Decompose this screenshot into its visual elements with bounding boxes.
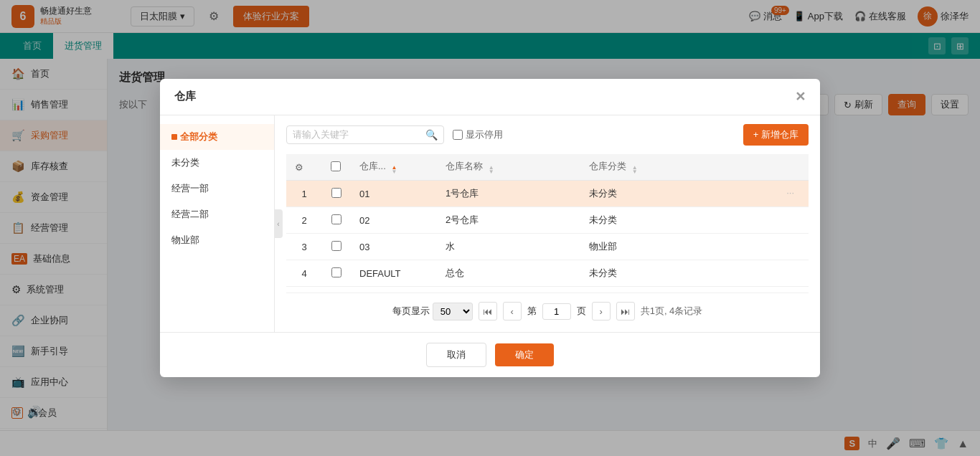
row4-cat: 未分类 (580, 260, 809, 287)
add-warehouse-btn[interactable]: + 新增仓库 (743, 124, 809, 146)
th-name: 仓库名称 ▲▼ (437, 154, 580, 181)
prev-page-btn[interactable]: ‹ (503, 302, 522, 320)
modal-overlay: 仓库 ✕ 全部分类 未分类 经营一部 经营二部 (0, 0, 980, 456)
row3-num: 3 (286, 234, 322, 260)
show-disabled-checkbox[interactable] (453, 130, 463, 140)
sidebar-collapse-btn[interactable]: ‹ (274, 209, 283, 238)
th-category: 仓库分类 ▲▼ (580, 154, 809, 181)
row4-code: DEFAULT (351, 260, 437, 287)
modal-sidebar-unclassified[interactable]: 未分类 (160, 150, 274, 176)
modal-content: 🔍 显示停用 + 新增仓库 ⚙ (275, 115, 820, 333)
row3-cat: 物业部 (580, 234, 809, 260)
modal-toolbar: 🔍 显示停用 + 新增仓库 (286, 124, 809, 146)
warehouse-modal: 仓库 ✕ 全部分类 未分类 经营一部 经营二部 (160, 79, 820, 378)
per-page-select[interactable]: 50 10 20 100 (433, 303, 473, 320)
row1-more-icon[interactable]: ··· (786, 187, 794, 198)
row1-code: 01 (351, 181, 437, 207)
search-box: 🔍 (286, 125, 444, 144)
th-setting: ⚙ (286, 154, 322, 181)
all-cat-icon (171, 134, 177, 140)
table-container: ⚙ 仓库... ▲▼ 仓库名称 (286, 154, 809, 288)
modal-close-btn[interactable]: ✕ (795, 89, 806, 105)
row3-code: 03 (351, 234, 437, 260)
search-input[interactable] (293, 129, 425, 140)
row3-name: 水 (437, 234, 580, 260)
row1-name: 1号仓库 (437, 181, 580, 207)
unclassified-label: 未分类 (171, 156, 199, 169)
row3-check (322, 234, 351, 260)
modal-sidebar-property[interactable]: 物业部 (160, 227, 274, 253)
page-unit: 页 (577, 305, 586, 318)
select-all-checkbox[interactable] (331, 161, 341, 171)
row2-checkbox[interactable] (331, 214, 341, 224)
dept2-label: 经营二部 (171, 208, 209, 221)
modal-footer: 取消 确定 (160, 332, 820, 377)
show-disabled-option: 显示停用 (453, 128, 503, 141)
page-label: 第 (527, 305, 537, 318)
row1-cat: 未分类 ··· (580, 181, 809, 207)
modal-sidebar-dept2[interactable]: 经营二部 (160, 201, 274, 227)
property-label: 物业部 (171, 234, 199, 247)
table-body: 1 01 1号仓库 未分类 ··· (286, 181, 809, 287)
row2-cat: 未分类 (580, 207, 809, 234)
modal-sidebar: 全部分类 未分类 经营一部 经营二部 物业部 ‹ (160, 115, 275, 333)
table-row[interactable]: 1 01 1号仓库 未分类 ··· (286, 181, 809, 207)
per-page-label: 每页显示 (392, 305, 430, 318)
cancel-btn[interactable]: 取消 (426, 343, 486, 367)
warehouse-table: ⚙ 仓库... ▲▼ 仓库名称 (286, 154, 809, 288)
row2-code: 02 (351, 207, 437, 234)
row4-check (322, 260, 351, 287)
row1-checkbox[interactable] (331, 188, 341, 198)
modal-header: 仓库 ✕ (160, 79, 820, 115)
row2-check (322, 207, 351, 234)
dept1-label: 经营一部 (171, 182, 209, 195)
row2-name: 2号仓库 (437, 207, 580, 234)
th-code: 仓库... ▲▼ (351, 154, 437, 181)
sort-code-icon[interactable]: ▲▼ (391, 166, 397, 175)
modal-pagination: 每页显示 50 10 20 100 ⏮ ‹ 第 页 › ⏭ (286, 293, 809, 323)
row4-name: 总仓 (437, 260, 580, 287)
modal-body: 全部分类 未分类 经营一部 经营二部 物业部 ‹ (160, 115, 820, 333)
sort-name-icon[interactable]: ▲▼ (489, 166, 494, 175)
table-row[interactable]: 2 02 2号仓库 未分类 (286, 207, 809, 234)
row2-num: 2 (286, 207, 322, 234)
row1-num: 1 (286, 181, 322, 207)
table-settings-icon[interactable]: ⚙ (295, 162, 303, 173)
row4-checkbox[interactable] (331, 267, 341, 277)
row1-check (322, 181, 351, 207)
modal-sidebar-dept1[interactable]: 经营一部 (160, 176, 274, 201)
modal-title: 仓库 (174, 90, 196, 103)
page-size-selector: 每页显示 50 10 20 100 (392, 303, 473, 320)
search-icon: 🔍 (425, 129, 438, 141)
sort-cat-icon[interactable]: ▲▼ (632, 166, 638, 175)
total-info: 共1页, 4条记录 (641, 305, 703, 318)
last-page-btn[interactable]: ⏭ (616, 302, 635, 320)
th-check (322, 154, 351, 181)
modal-sidebar-all[interactable]: 全部分类 (160, 124, 274, 150)
next-page-btn[interactable]: › (592, 302, 611, 320)
row3-checkbox[interactable] (331, 241, 341, 251)
all-cat-label: 全部分类 (180, 130, 217, 143)
table-row[interactable]: 4 DEFAULT 总仓 未分类 (286, 260, 809, 287)
confirm-btn[interactable]: 确定 (495, 343, 554, 366)
page-input[interactable] (542, 303, 571, 320)
row4-num: 4 (286, 260, 322, 287)
first-page-btn[interactable]: ⏮ (479, 302, 497, 320)
table-row[interactable]: 3 03 水 物业部 (286, 234, 809, 260)
table-header: ⚙ 仓库... ▲▼ 仓库名称 (286, 154, 809, 181)
show-disabled-label: 显示停用 (466, 128, 503, 141)
